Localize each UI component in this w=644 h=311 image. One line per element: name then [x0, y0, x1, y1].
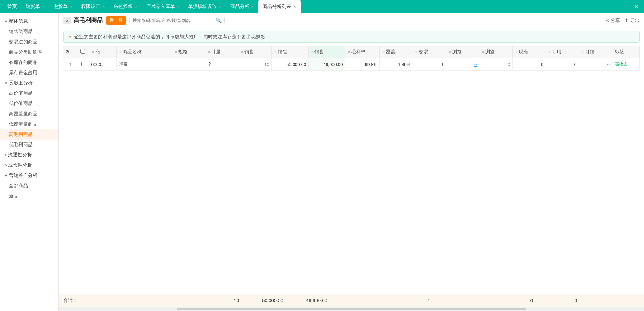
nav-tab-purchase[interactable]: 进货单 ×: [49, 0, 76, 13]
table-header-row: ⚙ ⇅商... ⇅商品名称 ⇅规格... ⇅计量... ⇅销售... ⇅销售..…: [63, 46, 640, 58]
col-unit: ⇅计量...: [205, 46, 238, 58]
sidebar-group-overall[interactable]: ∨ 整体信息: [0, 16, 58, 26]
footer-sales-profit: 49,900.00: [298, 298, 327, 303]
data-table: ⚙ ⇅商... ⇅商品名称 ⇅规格... ⇅计量... ⇅销售... ⇅销售..…: [63, 46, 640, 71]
sidebar-group-marketing[interactable]: ∨ 营销推广分析: [0, 170, 58, 181]
sort-icon[interactable]: ⇅: [241, 50, 244, 54]
sort-icon[interactable]: ⇅: [348, 50, 350, 54]
close-icon[interactable]: ×: [135, 4, 137, 9]
main-content: « 高毛利商品 近一月 🔍 ⎋ 分享 ⬆ 导出 ✦ 企业的主要的利润都是这部: [59, 13, 644, 311]
close-icon[interactable]: ×: [42, 4, 44, 9]
export-button[interactable]: ⬆ 导出: [625, 17, 640, 24]
nav-close-all-button[interactable]: ×: [632, 2, 641, 11]
page-title: 高毛利商品: [73, 17, 103, 24]
close-icon[interactable]: ×: [102, 4, 105, 9]
col-settings[interactable]: ⚙: [63, 46, 78, 58]
sidebar-item-stock-capital[interactable]: 库存资金占用: [0, 68, 58, 78]
select-all-checkbox[interactable]: [80, 49, 85, 54]
row-select-checkbox[interactable]: [81, 62, 86, 66]
close-icon[interactable]: ×: [252, 4, 254, 9]
footer-transactions: 1: [401, 298, 430, 303]
sidebar-item-in-stock[interactable]: 有库存的商品: [0, 57, 58, 68]
close-icon[interactable]: ×: [219, 4, 221, 9]
nav-tab-sales[interactable]: 销货单 ×: [21, 0, 49, 13]
row-view1[interactable]: 0: [446, 58, 479, 71]
sort-icon[interactable]: ⇅: [515, 50, 518, 54]
export-icon: ⬆: [625, 18, 629, 23]
nav-tab-permissions[interactable]: 权限设置 ×: [77, 0, 109, 13]
sort-icon[interactable]: ⇅: [311, 50, 314, 54]
col-stock-avail: ⇅可用...: [546, 46, 579, 58]
collapse-sidebar-button[interactable]: «: [63, 17, 71, 24]
col-code: ⇅商...: [89, 46, 116, 58]
nav-tab-template-settings[interactable]: 单据模板设置 ×: [184, 0, 226, 13]
sidebar-item-high-value[interactable]: 高价值商品: [0, 88, 58, 98]
sort-icon[interactable]: ⇅: [91, 50, 94, 54]
sidebar-group-contribution[interactable]: ∨ 贡献度分析: [0, 78, 58, 88]
search-icon[interactable]: 🔍: [216, 18, 222, 23]
nav-tab-product-inbound[interactable]: 产成品入库单 ×: [142, 0, 184, 13]
nav-tab-product-analysis-list[interactable]: 商品分析列表 ×: [258, 0, 300, 13]
sidebar-item-new-goods[interactable]: 新品: [0, 191, 58, 201]
sidebar-item-sales-goods[interactable]: 销售类商品: [0, 26, 58, 37]
chevron-right-icon: >: [4, 163, 7, 167]
sidebar-item-low-coverage[interactable]: 低覆盖量商品: [0, 119, 58, 129]
sidebar-group-growth[interactable]: > 成长性分析: [0, 160, 58, 170]
sidebar-item-high-margin[interactable]: 高毛利商品: [0, 129, 58, 140]
nav-tab-home[interactable]: 首页: [3, 0, 21, 13]
row-view2: 0: [479, 58, 512, 71]
nav-tab-roles[interactable]: 角色授权 ×: [109, 0, 141, 13]
chevron-right-icon: >: [4, 153, 7, 157]
nav-tab-product-analysis[interactable]: 商品分析 ×: [226, 0, 258, 13]
row-checkbox-cell[interactable]: [78, 58, 89, 71]
sort-icon[interactable]: ⇅: [208, 50, 211, 54]
share-icon: ⎋: [606, 18, 609, 23]
search-input[interactable]: [133, 18, 216, 23]
scrollbar-thumb[interactable]: [177, 308, 526, 310]
sort-icon[interactable]: ⇅: [415, 50, 418, 54]
col-stock-current: ⇅现有...: [512, 46, 546, 58]
footer-sales-amt: 50,000.00: [254, 298, 283, 303]
col-view2: ⇅浏览...: [479, 46, 512, 58]
sidebar-item-low-margin[interactable]: 低毛利商品: [0, 140, 58, 150]
sort-icon[interactable]: ⇅: [449, 50, 451, 54]
col-transactions: ⇅交易...: [413, 46, 446, 58]
sidebar-item-category-rate[interactable]: 商品分类助销率: [0, 47, 58, 57]
col-checkbox[interactable]: [78, 46, 89, 58]
sort-icon[interactable]: ⇅: [581, 50, 584, 54]
sort-icon[interactable]: ⇅: [382, 50, 385, 54]
sort-icon[interactable]: ⇅: [175, 50, 177, 54]
sidebar-group-circulation[interactable]: > 流通性分析: [0, 150, 58, 160]
sort-icon[interactable]: ⇅: [119, 50, 122, 54]
footer-label: 合计：: [63, 297, 78, 304]
row-stock-current: 0: [512, 58, 546, 71]
share-button[interactable]: ⎋ 分享: [606, 17, 620, 24]
chevron-down-icon: ∨: [4, 81, 7, 86]
sidebar-item-traded-goods[interactable]: 交易过的商品: [0, 37, 58, 47]
sidebar: ∨ 整体信息 销售类商品 交易过的商品 商品分类助销率 有库存的商品 库存资金占…: [0, 13, 59, 311]
sort-icon[interactable]: ⇅: [548, 50, 551, 54]
header-actions: ⎋ 分享 ⬆ 导出: [606, 17, 640, 24]
col-sales-qty: ⇅销售...: [238, 46, 271, 58]
sidebar-item-low-value[interactable]: 低价值商品: [0, 98, 58, 109]
footer-sales-qty: 10: [210, 298, 239, 303]
footer-summary: 合计： 10 50,000.00 49,900.00 1 0 0: [59, 294, 644, 307]
row-name: 运费: [116, 58, 172, 71]
row-coverage: 1.49%: [380, 58, 413, 71]
close-icon[interactable]: ×: [177, 4, 179, 9]
sidebar-item-high-coverage[interactable]: 高覆盖量商品: [0, 109, 58, 119]
sort-icon[interactable]: ⇅: [274, 50, 277, 54]
row-transactions: 1: [413, 58, 446, 71]
close-icon[interactable]: ×: [294, 4, 296, 9]
footer-stock-avail: 0: [504, 298, 533, 303]
horizontal-scrollbar[interactable]: [59, 307, 644, 311]
row-stock-avail: 0: [546, 58, 579, 71]
table-container: ⚙ ⇅商... ⇅商品名称 ⇅规格... ⇅计量... ⇅销售... ⇅销售..…: [59, 46, 644, 294]
filter-recent-button[interactable]: 近一月: [106, 16, 126, 25]
row-sales-profit: 49,900.00: [309, 58, 345, 71]
col-stock-sellable: ⇅可销...: [579, 46, 612, 58]
row-code: 0000...: [89, 58, 116, 71]
sort-icon[interactable]: ⇅: [482, 50, 485, 54]
close-icon[interactable]: ×: [70, 4, 72, 9]
sidebar-item-all-goods[interactable]: 全部商品: [0, 181, 58, 191]
